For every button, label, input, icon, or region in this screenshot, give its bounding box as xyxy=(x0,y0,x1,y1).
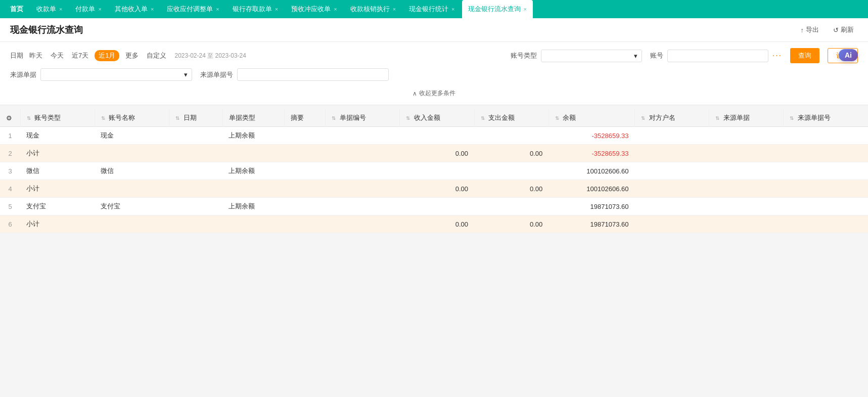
date-more[interactable]: 更多 xyxy=(123,50,141,61)
row-number: 3 xyxy=(0,162,20,180)
cell-expense xyxy=(474,198,549,215)
source-doc-select[interactable]: ▾ xyxy=(40,68,192,81)
col-date[interactable]: ⇅ 日期 xyxy=(169,109,222,127)
tab-prepay-offset[interactable]: 预收冲应收单 × xyxy=(285,0,343,18)
col-doc-no[interactable]: ⇅ 单据编号 xyxy=(326,109,400,127)
cell-doc-no xyxy=(326,215,400,233)
sort-icon: ⇅ xyxy=(790,115,794,121)
sort-icon: ⇅ xyxy=(555,115,559,121)
sort-icon: ⇅ xyxy=(101,115,105,121)
cell-expense xyxy=(474,127,549,145)
export-button[interactable]: ↑ 导出 xyxy=(797,23,824,36)
tab-cash-bank-flow[interactable]: 现金银行流水查询 × xyxy=(462,0,533,18)
sort-icon: ⇅ xyxy=(406,115,410,121)
close-icon[interactable]: × xyxy=(59,6,62,12)
row-number: 1 xyxy=(0,127,20,145)
cell-account-name xyxy=(95,180,169,198)
cell-counterparty xyxy=(634,180,709,198)
close-icon[interactable]: × xyxy=(216,6,219,12)
col-account-type[interactable]: ⇅ 账号类型 xyxy=(20,109,95,127)
cell-counterparty xyxy=(634,127,709,145)
account-input[interactable] xyxy=(667,50,768,62)
tab-cash-bank-stats[interactable]: 现金银行统计 × xyxy=(403,0,461,18)
close-icon[interactable]: × xyxy=(98,6,101,12)
close-icon[interactable]: × xyxy=(334,6,337,12)
cell-doc-no xyxy=(326,198,400,215)
account-type-select[interactable]: ▾ xyxy=(541,50,642,62)
cell-summary xyxy=(285,127,326,145)
collapse-icon: ∧ xyxy=(413,90,417,97)
date-7days[interactable]: 近7天 xyxy=(70,50,90,61)
cell-balance: -3528659.33 xyxy=(549,145,634,162)
close-icon[interactable]: × xyxy=(451,6,454,12)
date-range-display: 2023-02-24 至 2023-03-24 xyxy=(174,52,246,60)
cell-expense: 0.00 xyxy=(474,215,549,233)
tab-ar-ap-adjust[interactable]: 应收应付调整单 × xyxy=(161,0,225,18)
ai-badge[interactable]: Ai xyxy=(839,49,858,61)
table-row: 6 小计 0.00 0.00 19871073.60 xyxy=(0,215,868,233)
cell-doc-type xyxy=(222,215,284,233)
cell-summary xyxy=(285,162,326,180)
export-icon: ↑ xyxy=(801,26,804,34)
date-today[interactable]: 今天 xyxy=(49,50,66,61)
close-icon[interactable]: × xyxy=(275,6,278,12)
col-income[interactable]: ⇅ 收入金额 xyxy=(400,109,474,127)
close-icon[interactable]: × xyxy=(151,6,154,12)
source-doc-filter: 来源单据 ▾ xyxy=(10,68,192,81)
tab-payments[interactable]: 付款单 × xyxy=(69,0,107,18)
tab-receipts[interactable]: 收款单 × xyxy=(30,0,68,18)
cell-date xyxy=(169,180,222,198)
query-button[interactable]: 查询 xyxy=(790,48,819,63)
cell-doc-no xyxy=(326,127,400,145)
col-doc-type[interactable]: 单据类型 xyxy=(222,109,284,127)
cell-date xyxy=(169,215,222,233)
refresh-button[interactable]: ↺ 刷新 xyxy=(829,23,858,36)
date-1month[interactable]: 近1月 xyxy=(95,50,119,61)
cell-income xyxy=(400,127,474,145)
cell-source-doc-no xyxy=(784,180,868,198)
cell-balance: 19871073.60 xyxy=(549,198,634,215)
date-filter: 日期 昨天 今天 近7天 近1月 更多 自定义 2023-02-24 至 202… xyxy=(10,50,246,61)
account-type-label: 账号类型 xyxy=(511,51,537,60)
date-yesterday[interactable]: 昨天 xyxy=(27,50,44,61)
col-gear[interactable]: ⚙ xyxy=(0,109,20,127)
cell-balance: 100102606.60 xyxy=(549,162,634,180)
cell-counterparty xyxy=(634,215,709,233)
date-custom[interactable]: 自定义 xyxy=(145,50,168,61)
col-balance[interactable]: ⇅ 余额 xyxy=(549,109,634,127)
cell-expense xyxy=(474,162,549,180)
cell-source-doc-no xyxy=(784,127,868,145)
tab-other-income[interactable]: 其他收入单 × xyxy=(109,0,160,18)
source-doc-no-input[interactable] xyxy=(237,68,389,81)
row-number: 5 xyxy=(0,198,20,215)
table-row: 3 微信 微信 上期余额 100102606.60 xyxy=(0,162,868,180)
cell-summary xyxy=(285,145,326,162)
col-counterparty[interactable]: ⇅ 对方户名 xyxy=(634,109,709,127)
cell-expense: 0.00 xyxy=(474,145,549,162)
sort-icon: ⇅ xyxy=(332,115,336,121)
home-nav-item[interactable]: 首页 xyxy=(4,0,29,18)
cell-account-name xyxy=(95,145,169,162)
col-source-doc[interactable]: ⇅ 来源单据 xyxy=(709,109,784,127)
data-table: ⚙ ⇅ 账号类型 ⇅ 账号名称 ⇅ 日期 单据类型 摘要 xyxy=(0,109,868,233)
cell-account-type: 现金 xyxy=(20,127,95,145)
tab-bank-deposit[interactable]: 银行存取款单 × xyxy=(226,0,284,18)
more-dots[interactable]: ··· xyxy=(772,51,782,60)
col-summary[interactable]: 摘要 xyxy=(285,109,326,127)
cell-account-name: 支付宝 xyxy=(95,198,169,215)
collapse-button[interactable]: ∧ 收起更多条件 xyxy=(10,86,858,99)
close-icon[interactable]: × xyxy=(393,6,396,12)
cell-account-type: 小计 xyxy=(20,180,95,198)
cell-summary xyxy=(285,180,326,198)
cell-expense: 0.00 xyxy=(474,180,549,198)
top-navigation: 首页 收款单 × 付款单 × 其他收入单 × 应收应付调整单 × 银行存取款单 … xyxy=(0,0,868,18)
cell-account-name: 微信 xyxy=(95,162,169,180)
col-expense[interactable]: ⇅ 支出金额 xyxy=(474,109,549,127)
chevron-down-icon: ▾ xyxy=(634,52,637,60)
tab-collection-exec[interactable]: 收款核销执行 × xyxy=(344,0,402,18)
cell-summary xyxy=(285,198,326,215)
close-icon[interactable]: × xyxy=(524,6,527,12)
col-source-doc-no[interactable]: ⇅ 来源单据号 xyxy=(784,109,868,127)
col-account-name[interactable]: ⇅ 账号名称 xyxy=(95,109,169,127)
cell-source-doc xyxy=(709,198,784,215)
